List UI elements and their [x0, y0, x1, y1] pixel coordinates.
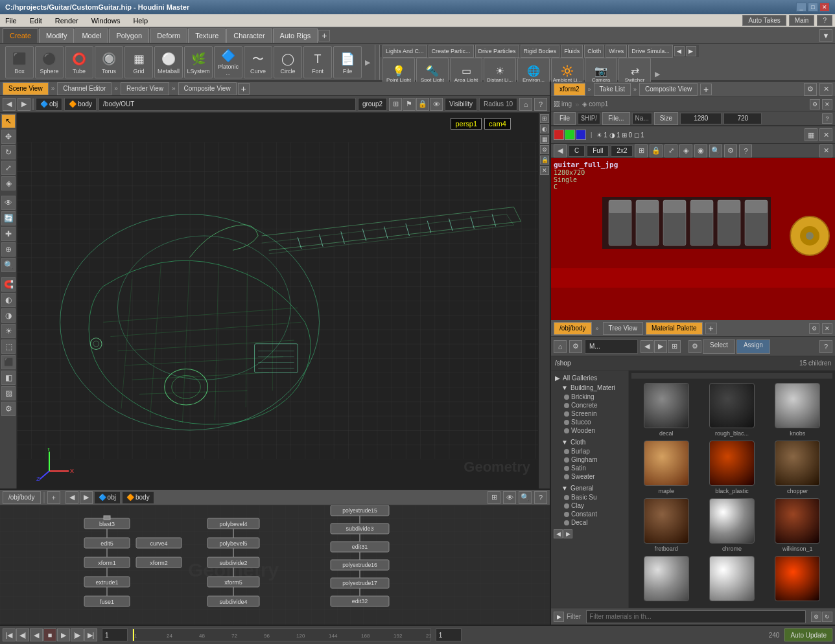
cloth-tab[interactable]: Cloth: [584, 45, 604, 58]
rt-green-btn[interactable]: [565, 130, 575, 140]
obj-btn[interactable]: 🔷 obj: [36, 98, 62, 111]
tool-grid[interactable]: ▦ Grid: [124, 46, 153, 78]
dolly-btn[interactable]: ⊕: [1, 242, 16, 257]
rt-layout-btn[interactable]: ▦: [805, 128, 817, 141]
vp-r-btn1[interactable]: ⊞: [540, 114, 549, 123]
tree-concrete[interactable]: Concrete: [554, 401, 626, 409]
filter-input[interactable]: [586, 610, 806, 623]
tab-create[interactable]: Create: [3, 29, 38, 43]
tree-clay[interactable]: Clay: [554, 501, 626, 510]
3d-viewport[interactable]: persp1 cam4 X Y Z Geometry: [17, 113, 550, 489]
rh-settings[interactable]: ⚙: [804, 83, 817, 96]
ng-layout-btn[interactable]: ⊞: [488, 491, 500, 504]
tool-platonic[interactable]: 🔷 Platonic ...: [214, 46, 242, 78]
tumble-btn[interactable]: 🔄: [1, 211, 16, 225]
filter-icon-btn[interactable]: ▶: [554, 612, 564, 622]
mat-item-10[interactable]: [701, 556, 762, 603]
maximize-button[interactable]: □: [808, 3, 818, 12]
timeline-ruler[interactable]: 1 24 48 72 96 120 144 168 192 216 240: [132, 628, 431, 641]
select-btn[interactable]: Select: [703, 339, 735, 354]
radius-input[interactable]: Radius 10: [479, 98, 517, 111]
nav-back-btn[interactable]: ◀: [3, 98, 16, 111]
vp-r-btn4[interactable]: ⚙: [540, 145, 549, 154]
path-input[interactable]: /body/OUT: [99, 98, 356, 111]
home-view-btn[interactable]: ⌂: [519, 98, 532, 111]
persp-label[interactable]: persp1: [451, 118, 482, 130]
tree-all-header[interactable]: ▶ All Galleries: [554, 373, 626, 383]
tree-scroll-left[interactable]: ◀: [554, 529, 563, 538]
vp-r-btn2[interactable]: ◐: [540, 124, 549, 133]
img-tab-close[interactable]: ✕: [822, 99, 832, 109]
comp-view-tab[interactable]: Composite View: [639, 83, 698, 96]
tool-torus[interactable]: 🔘 Torus: [95, 46, 123, 78]
ng-add-btn[interactable]: +: [47, 491, 60, 504]
layout-select[interactable]: 2x2: [611, 145, 633, 157]
tree-burlap[interactable]: Burlap: [554, 447, 626, 455]
vp-r-btn3[interactable]: ▦: [540, 135, 549, 144]
lights-prev-btn[interactable]: ◀: [674, 46, 685, 56]
tool-font[interactable]: T Font: [303, 46, 332, 78]
menu-edit[interactable]: Edit: [27, 16, 45, 26]
scene-view-tab[interactable]: Scene View: [3, 82, 49, 95]
ng-view-btn[interactable]: 👁: [503, 491, 516, 504]
view-tool-btn[interactable]: 👁: [1, 196, 16, 210]
tab-model[interactable]: Model: [75, 29, 108, 43]
lights-tab[interactable]: Lights And C...: [382, 45, 427, 58]
ng-obj-btn[interactable]: 🔷 obj: [94, 491, 121, 504]
drive-particles-tab[interactable]: Drive Particles: [475, 45, 519, 58]
tab-options-button[interactable]: ▼: [819, 29, 832, 42]
mat-add-tab[interactable]: +: [705, 323, 717, 334]
tree-scroll-right[interactable]: ▶: [563, 529, 572, 538]
rch-s6[interactable]: 🔍: [709, 144, 722, 157]
help-view-btn[interactable]: ?: [534, 98, 547, 111]
filter-settings-btn[interactable]: ⚙: [811, 612, 821, 622]
tool-circle[interactable]: ◯ Circle: [274, 46, 302, 78]
mt-fwd-btn[interactable]: ▶: [654, 340, 667, 353]
menu-render[interactable]: Render: [53, 16, 81, 26]
ng-back-btn[interactable]: ◀: [65, 491, 78, 504]
channel-editor-tab[interactable]: Channel Editor: [57, 82, 112, 95]
pb-next-key-btn[interactable]: |▶: [71, 628, 84, 641]
filter-auto-update-btn[interactable]: ↻: [822, 612, 832, 622]
tree-bricking[interactable]: Bricking: [554, 393, 626, 401]
visibility-select[interactable]: Visibility: [445, 98, 477, 111]
nav-fwd-btn[interactable]: ▶: [18, 98, 30, 111]
scale-tool-btn[interactable]: ⤢: [1, 161, 16, 175]
add-tab-button[interactable]: +: [318, 30, 330, 41]
ng-zoom-btn[interactable]: 🔍: [519, 491, 532, 504]
tab-auto-rigs[interactable]: Auto Rigs: [273, 29, 318, 43]
snap-tool-btn[interactable]: 🧲: [1, 277, 16, 292]
tree-view-tab[interactable]: Tree View: [603, 322, 643, 335]
select-tool-btn[interactable]: ↖: [1, 114, 16, 128]
tool-curve[interactable]: 〜 Curve: [244, 46, 272, 78]
menu-windows[interactable]: Windows: [89, 16, 123, 26]
auto-takes-btn[interactable]: Auto Takes: [742, 15, 786, 26]
lock-btn[interactable]: 🔒: [416, 98, 429, 111]
tree-building-header[interactable]: ▼ Building_Materi: [554, 383, 626, 393]
mat-item-9[interactable]: [635, 556, 697, 603]
tab-deform[interactable]: Deform: [150, 29, 187, 43]
tool-lsystem[interactable]: 🌿 LSystem: [184, 46, 213, 78]
img-tab-settings[interactable]: ⚙: [810, 99, 820, 109]
mat-vis-btn[interactable]: ◑: [1, 308, 16, 323]
rt-blue-btn[interactable]: [576, 130, 586, 140]
close-button[interactable]: ✕: [819, 3, 830, 12]
tab-character[interactable]: Character: [226, 29, 272, 43]
tex-btn[interactable]: ▨: [1, 386, 16, 400]
tree-stucco[interactable]: Stucco: [554, 418, 626, 426]
size-height[interactable]: 720: [723, 113, 762, 124]
end-frame-input[interactable]: 1: [436, 628, 462, 641]
pb-stop-btn[interactable]: ■: [43, 628, 56, 641]
take-list-tab[interactable]: Take List: [594, 83, 631, 96]
extra-btn[interactable]: ⚙: [1, 402, 16, 416]
pb-back-btn[interactable]: ◀: [30, 628, 43, 641]
toolbar-overflow-btn[interactable]: ▶: [363, 46, 372, 78]
mat-item-wilkinson[interactable]: wilkinson_1: [767, 498, 829, 552]
tree-constant[interactable]: Constant: [554, 510, 626, 518]
eye-btn[interactable]: 👁: [430, 98, 443, 111]
tool-tube[interactable]: ⭕ Tube: [65, 46, 93, 78]
file-btn[interactable]: File: [554, 112, 576, 125]
wire-btn[interactable]: ⬚: [1, 339, 16, 354]
particles-tab[interactable]: Create Partic...: [429, 45, 474, 58]
ng-fwd-btn[interactable]: ▶: [80, 491, 93, 504]
